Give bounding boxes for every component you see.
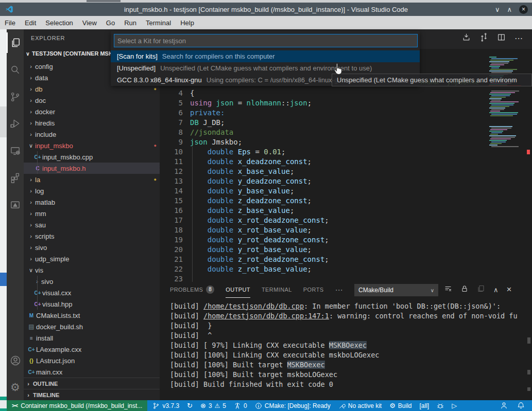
status-feedback[interactable] (500, 402, 508, 409)
activity-extensions[interactable] (7, 167, 24, 188)
tab-ports[interactable]: PORTS (303, 282, 324, 297)
vscode-logo-icon (5, 5, 13, 13)
tree-item-vis[interactable]: ∨vis (24, 264, 160, 276)
status-cmake-status[interactable]: CMake: [Debug]: Ready (255, 402, 331, 409)
tree-item-matlab[interactable]: ›matlab (24, 196, 160, 208)
status-notifications[interactable] (517, 402, 525, 409)
tree-item-mm[interactable]: ›mm (24, 208, 160, 219)
tree-item-input_mskbo.h[interactable]: Cinput_mskbo.h3 (24, 163, 160, 174)
warning-icon: ⚠ (215, 403, 220, 409)
lock-icon[interactable] (460, 284, 469, 295)
status-problems[interactable]: ⊗3⚠5 (200, 402, 226, 409)
status-launch-target[interactable]: ▷ (452, 402, 457, 409)
tree-item-CMakeLists.txt[interactable]: MCMakeLists.txt (24, 310, 160, 321)
activity-accounts[interactable] (7, 350, 24, 371)
tree-item-main.cxx[interactable]: C+main.cxx (24, 366, 160, 378)
tree-item-hiredis[interactable]: ›hiredis (24, 117, 160, 129)
tree-item-LAexample.cxx[interactable]: C+LAexample.cxx (24, 344, 160, 355)
chevron-right-icon: › (27, 256, 35, 262)
output-line: [build] /home/testjson/db/db.cpp:147:1: … (170, 311, 518, 320)
menu-selection[interactable]: Selection (41, 16, 77, 29)
tree-item-visual.cxx[interactable]: C+visual.cxx (24, 287, 160, 298)
switch-header-source-icon[interactable] (479, 33, 488, 44)
activity-search[interactable] (7, 59, 24, 80)
activity-run-and-debug[interactable] (7, 113, 24, 134)
status-active-kit[interactable]: No active kit (338, 402, 382, 409)
chevron-right-icon: › (27, 63, 35, 69)
activity-explorer[interactable] (7, 32, 24, 53)
download-icon[interactable] (462, 33, 471, 44)
clear-output-icon[interactable] (444, 284, 452, 295)
open-in-editor-icon[interactable] (477, 284, 485, 295)
title-bar: input_mskbo.h - testjson [Container mskb… (0, 3, 532, 16)
menu-run[interactable]: Run (119, 16, 141, 29)
menu-terminal[interactable]: Terminal (141, 16, 176, 29)
file-link[interactable]: /home/testjson/db/db.cpp:147:1 (203, 312, 329, 320)
remote-indicator[interactable]: >< Container mskbo_build (/mskbo_build_i… (7, 400, 147, 411)
tree-item-scripts[interactable]: ›scripts (24, 230, 160, 242)
panel-close-icon[interactable]: × (507, 285, 512, 294)
code-line-16: 16 double z_base_value; (160, 205, 294, 215)
status-sync[interactable]: ↻ (187, 402, 193, 409)
tab-output[interactable]: OUTPUT (226, 282, 250, 298)
tree-item-visual.hpp[interactable]: C+visual.hpp (24, 298, 160, 310)
chevron-down-icon: ∨ (27, 267, 35, 274)
tree-item-la[interactable]: ›la● (24, 174, 160, 185)
activity-settings[interactable]: ⚙ (7, 377, 24, 397)
output-channel-select[interactable]: CMake/Build ∨ (354, 284, 438, 296)
tree-item-sivo[interactable]: ›sivo (24, 242, 160, 253)
tree-item-install[interactable]: ≡install (24, 332, 160, 344)
tree-item-docker[interactable]: ›docker (24, 106, 160, 117)
quickpick-item-0[interactable]: [Scan for kits]Search for compilers on t… (111, 50, 420, 62)
tree-item-include[interactable]: ›include (24, 129, 160, 140)
download-icon (462, 33, 471, 42)
quickpick-input[interactable] (114, 34, 418, 47)
menu-file[interactable]: File (0, 16, 20, 29)
chevron-right-icon: › (27, 75, 35, 81)
file-icon-cpp: C+ (33, 290, 42, 296)
overview-ruler-error-mark (527, 150, 530, 154)
tree-item-doc[interactable]: ›doc (24, 95, 160, 106)
panel-maximize-icon[interactable]: ∧ (493, 285, 499, 294)
code-line-22: 22 double z_rot_base_value; (160, 264, 312, 274)
split-editor-icon[interactable] (497, 33, 506, 44)
tab-terminal[interactable]: TERMINAL (262, 282, 292, 297)
split-editor-icon (497, 33, 506, 42)
menu-view[interactable]: View (78, 16, 101, 29)
tab-problems[interactable]: PROBLEMS8 (170, 282, 214, 297)
outline-section[interactable]: › OUTLINE (24, 378, 160, 389)
tree-item-sivo[interactable]: ›sivo (24, 276, 160, 287)
more-actions-icon[interactable]: ⋯ (514, 34, 523, 43)
minimize-icon[interactable]: ∨ (495, 6, 500, 13)
activity-remote-explorer[interactable] (7, 140, 24, 161)
quickpick-item-1[interactable]: [Unspecified]Unspecified (Let CMake gues… (111, 62, 420, 74)
code-line-5: 5using json = nlohmann::json; (160, 98, 312, 108)
status-ports[interactable]: 0 (234, 402, 247, 409)
code-line-12: 12 double x_base_value; (160, 166, 294, 176)
tree-item-log[interactable]: ›log (24, 185, 160, 196)
activity-source-control[interactable] (7, 86, 24, 107)
activity-cmake[interactable] (7, 194, 24, 215)
menu-help[interactable]: Help (176, 16, 199, 29)
menu-go[interactable]: Go (101, 16, 119, 29)
status-debug-target[interactable] (437, 402, 444, 409)
info-icon (255, 402, 262, 409)
tree-item-LAstruct.json[interactable]: {}LAstruct.json (24, 355, 160, 366)
menu-edit[interactable]: Edit (20, 16, 41, 29)
tree-item-udp_simple[interactable]: ›udp_simple (24, 253, 160, 264)
status-build-target[interactable]: [all] (419, 402, 429, 409)
panel-more-icon[interactable]: ⋯ (335, 282, 343, 297)
file-link[interactable]: /home/testjson/db/db.cpp (203, 302, 304, 310)
menu-bar: FileEditSelectionViewGoRunTerminalHelp (0, 16, 532, 29)
tree-item-docker_build.sh[interactable]: ▤docker_build.sh (24, 321, 160, 332)
timeline-section[interactable]: › TIMELINE (24, 389, 160, 400)
tree-item-sau[interactable]: ›sau (24, 219, 160, 230)
extensions-icon (9, 172, 21, 184)
status-build[interactable]: ⚙Build (389, 402, 411, 409)
status-git-version[interactable]: v3.7.3 (152, 402, 179, 409)
tree-item-input_mskbo[interactable]: ∨input_mskbo● (24, 140, 160, 151)
tree-item-input_mskbo.cpp[interactable]: C+input_mskbo.cpp (24, 151, 160, 163)
maximize-icon[interactable]: ∧ (507, 6, 512, 13)
close-icon[interactable]: × (519, 5, 528, 14)
vscode-window: input_mskbo.h - testjson [Container mskb… (0, 0, 532, 411)
